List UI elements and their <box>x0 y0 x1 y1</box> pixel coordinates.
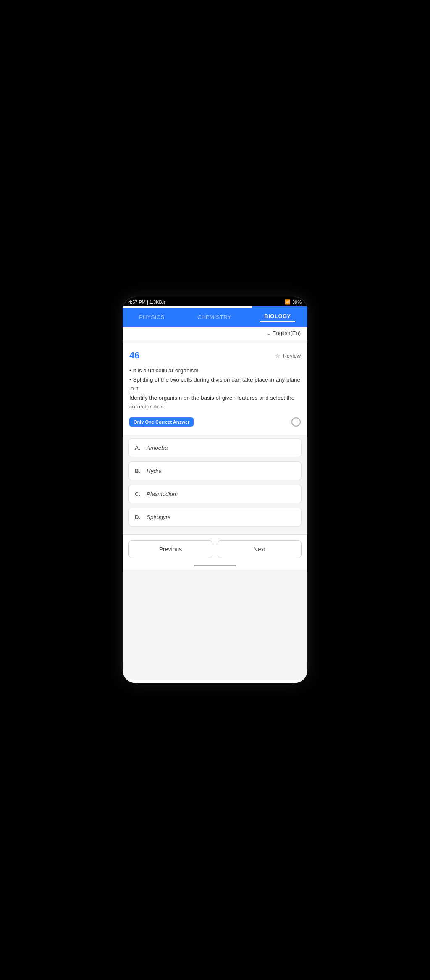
option-c-label: C. <box>135 491 142 497</box>
option-b[interactable]: B. Hydra <box>128 461 302 480</box>
option-a-label: A. <box>135 445 142 451</box>
navigation-buttons: Previous Next <box>123 534 307 562</box>
info-icon[interactable]: i <box>291 417 301 427</box>
option-a-text: Amoeba <box>147 445 168 451</box>
language-selector[interactable]: ⌄ English(En) <box>267 330 301 336</box>
previous-button[interactable]: Previous <box>128 540 212 558</box>
options-container: A. Amoeba B. Hydra C. Plasmodium D. Spir… <box>123 435 307 534</box>
option-b-label: B. <box>135 468 142 474</box>
home-indicator <box>123 562 307 570</box>
review-button[interactable]: ☆ Review <box>275 352 301 359</box>
option-d[interactable]: D. Spirogyra <box>128 508 302 527</box>
language-label: English(En) <box>273 330 301 336</box>
star-icon: ☆ <box>275 352 281 359</box>
question-area: 46 ☆ Review • It is a unicellular organi… <box>123 343 307 435</box>
status-right: 📶 39% <box>285 299 302 305</box>
question-header: 46 ☆ Review <box>129 350 301 361</box>
question-text: • It is a unicellular organism. • Splitt… <box>129 366 301 411</box>
tab-biology[interactable]: BIOLOGY <box>260 311 295 322</box>
question-line2: • Splitting of the two cells during divi… <box>129 377 300 392</box>
home-bar <box>194 565 236 566</box>
signal-icon: 📶 <box>285 299 291 305</box>
option-c-text: Plasmodium <box>147 491 178 497</box>
status-time: 4:57 PM | 1.3KB/s <box>128 300 165 305</box>
status-bar: 4:57 PM | 1.3KB/s 📶 39% <box>123 297 307 306</box>
chevron-down-icon: ⌄ <box>267 330 271 336</box>
option-a[interactable]: A. Amoeba <box>128 438 302 457</box>
badge-row: Only One Correct Answer i <box>129 417 301 427</box>
tab-chemistry[interactable]: CHEMISTRY <box>193 312 236 322</box>
option-d-label: D. <box>135 514 142 520</box>
question-number: 46 <box>129 350 139 361</box>
next-button[interactable]: Next <box>218 540 302 558</box>
answer-type-badge: Only One Correct Answer <box>129 417 194 427</box>
option-d-text: Spirogyra <box>147 514 171 520</box>
language-row: ⌄ English(En) <box>123 327 307 340</box>
review-label: Review <box>283 353 301 359</box>
tab-bar: PHYSICS CHEMISTRY BIOLOGY <box>123 308 307 327</box>
content-area: ⌄ English(En) 46 ☆ Review • It is a unic… <box>123 327 307 680</box>
phone-frame: 4:57 PM | 1.3KB/s 📶 39% PHYSICS CHEMISTR… <box>123 297 307 683</box>
tab-physics[interactable]: PHYSICS <box>135 312 169 322</box>
question-line3: Identify the organism on the basis of gi… <box>129 395 294 410</box>
question-line1: • It is a unicellular organism. <box>129 367 200 374</box>
option-c[interactable]: C. Plasmodium <box>128 485 302 503</box>
option-b-text: Hydra <box>147 468 162 474</box>
battery-text: 39% <box>292 300 302 305</box>
